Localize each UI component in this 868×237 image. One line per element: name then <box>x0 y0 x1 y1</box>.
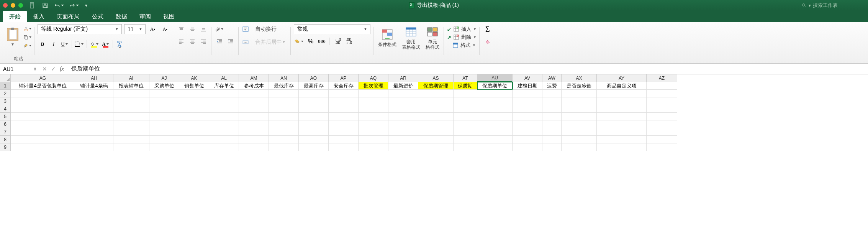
cell-AN7[interactable] <box>269 128 299 136</box>
orientation-button[interactable]: ab <box>215 24 224 34</box>
cell-AR9[interactable] <box>388 143 418 151</box>
cell-AQ9[interactable] <box>359 143 388 151</box>
cell-AY9[interactable] <box>597 143 647 151</box>
cell-AS6[interactable] <box>418 120 454 128</box>
cell-AV8[interactable] <box>513 136 542 143</box>
cell-AZ5[interactable] <box>647 113 677 120</box>
cell-AT1[interactable]: 保质期 <box>454 82 477 90</box>
qat-customize-icon[interactable]: ▼ <box>84 3 88 8</box>
cell-AW3[interactable] <box>542 97 562 105</box>
column-header-AZ[interactable]: AZ <box>647 74 677 82</box>
cell-AO3[interactable] <box>299 97 329 105</box>
cell-AW2[interactable] <box>542 90 562 97</box>
cell-AQ2[interactable] <box>359 90 388 97</box>
cell-AV9[interactable] <box>513 143 542 151</box>
column-header-AL[interactable]: AL <box>209 74 239 82</box>
cell-AG4[interactable] <box>11 105 75 113</box>
bold-button[interactable]: B <box>38 39 47 49</box>
zoom-window-button[interactable] <box>18 3 23 8</box>
cell-AK9[interactable] <box>179 143 209 151</box>
cell-AO2[interactable] <box>299 90 329 97</box>
format-cells-button[interactable]: 格式▼ <box>447 42 477 49</box>
cell-AS4[interactable] <box>418 105 454 113</box>
cell-AJ2[interactable] <box>149 90 179 97</box>
cell-AL3[interactable] <box>209 97 239 105</box>
cell-AG7[interactable] <box>11 128 75 136</box>
cell-AJ9[interactable] <box>149 143 179 151</box>
cell-AO5[interactable] <box>299 113 329 120</box>
cell-AY4[interactable] <box>597 105 647 113</box>
cell-AL1[interactable]: 库存单位 <box>209 82 239 90</box>
row-header-1[interactable]: 1 <box>0 82 11 90</box>
merge-center-button[interactable]: 合并后居中 <box>252 37 288 47</box>
cell-AN2[interactable] <box>269 90 299 97</box>
cell-AR8[interactable] <box>388 136 418 143</box>
cell-AX3[interactable] <box>562 97 597 105</box>
cell-AP5[interactable] <box>329 113 359 120</box>
cell-AK7[interactable] <box>179 128 209 136</box>
cell-AO9[interactable] <box>299 143 329 151</box>
border-button[interactable] <box>74 39 85 49</box>
cell-AK2[interactable] <box>179 90 209 97</box>
cell-AX8[interactable] <box>562 136 597 143</box>
row-header-3[interactable]: 3 <box>0 97 11 105</box>
cell-AM3[interactable] <box>239 97 269 105</box>
cell-AV5[interactable] <box>513 113 542 120</box>
column-header-AQ[interactable]: AQ <box>359 74 388 82</box>
cell-AM2[interactable] <box>239 90 269 97</box>
cell-AL5[interactable] <box>209 113 239 120</box>
cell-AW9[interactable] <box>542 143 562 151</box>
cell-AV4[interactable] <box>513 105 542 113</box>
cell-AO1[interactable]: 最高库存 <box>299 82 329 90</box>
cell-AT2[interactable] <box>454 90 477 97</box>
cell-AT9[interactable] <box>454 143 477 151</box>
cell-AG1[interactable]: 辅计量4是否包装单位 <box>11 82 75 90</box>
cell-AR4[interactable] <box>388 105 418 113</box>
cell-AS7[interactable] <box>418 128 454 136</box>
cell-AL8[interactable] <box>209 136 239 143</box>
cell-AR5[interactable] <box>388 113 418 120</box>
cut-button[interactable] <box>24 25 31 32</box>
cell-AP4[interactable] <box>329 105 359 113</box>
column-header-AO[interactable]: AO <box>299 74 329 82</box>
column-header-AK[interactable]: AK <box>179 74 209 82</box>
cell-AN8[interactable] <box>269 136 299 143</box>
cell-AY3[interactable] <box>597 97 647 105</box>
cell-AT5[interactable] <box>454 113 477 120</box>
cell-AJ4[interactable] <box>149 105 179 113</box>
cell-AM4[interactable] <box>239 105 269 113</box>
save-icon[interactable] <box>41 2 49 9</box>
cell-AI9[interactable] <box>113 143 149 151</box>
cell-AZ3[interactable] <box>647 97 677 105</box>
cell-AS9[interactable] <box>418 143 454 151</box>
cell-AW7[interactable] <box>542 128 562 136</box>
cell-AV3[interactable] <box>513 97 542 105</box>
cell-AV2[interactable] <box>513 90 542 97</box>
cell-AJ6[interactable] <box>149 120 179 128</box>
align-top-button[interactable] <box>176 24 186 34</box>
cell-AZ1[interactable] <box>647 82 677 90</box>
cell-AT4[interactable] <box>454 105 477 113</box>
cell-AU8[interactable] <box>477 136 513 143</box>
cell-AL2[interactable] <box>209 90 239 97</box>
column-header-AI[interactable]: AI <box>113 74 149 82</box>
cell-AX2[interactable] <box>562 90 597 97</box>
increase-decimal-button[interactable]: ←.0.00 <box>332 36 342 46</box>
cell-AI6[interactable] <box>113 120 149 128</box>
cell-AN4[interactable] <box>269 105 299 113</box>
cell-AX1[interactable]: 是否走冻链 <box>562 82 597 90</box>
font-name-combo[interactable]: 等线 Regular (正文)▼ <box>38 24 122 34</box>
decrease-decimal-button[interactable]: .00→.0 <box>344 36 354 46</box>
cell-AJ8[interactable] <box>149 136 179 143</box>
cell-AH5[interactable] <box>75 113 113 120</box>
cell-AM6[interactable] <box>239 120 269 128</box>
cell-AQ6[interactable] <box>359 120 388 128</box>
decrease-font-button[interactable]: A▾ <box>160 24 170 34</box>
column-header-AX[interactable]: AX <box>562 74 597 82</box>
cell-AI5[interactable] <box>113 113 149 120</box>
cell-AH8[interactable] <box>75 136 113 143</box>
cell-AY1[interactable]: 商品自定义项 <box>597 82 647 90</box>
cell-AO4[interactable] <box>299 105 329 113</box>
insert-cells-button[interactable]: ↙+插入▼ <box>447 26 477 33</box>
cell-AW8[interactable] <box>542 136 562 143</box>
